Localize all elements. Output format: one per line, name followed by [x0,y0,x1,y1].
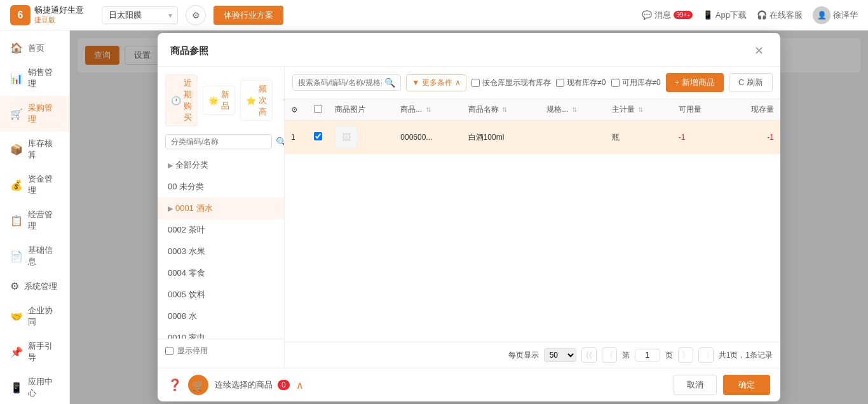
sidebar: 🏠 首页 📊 销售管理 🛒 采购管理 📦 库存核算 💰 资金管理 📋 经营管理 … [0,30,70,404]
filter-stock-checkbox[interactable] [556,79,564,87]
last-page-btn[interactable]: 〉〉 [698,347,714,363]
cat-label-0004: 0004 零食 [168,267,205,279]
cat-item-0002[interactable]: 0002 茶叶 [158,219,284,241]
filter-available-label: 可用库存≠0 [611,77,661,88]
cart-icon-wrap[interactable]: 🛒 [188,375,208,395]
modal-body: 🕐 近期购买 🌟 新品 ⭐ 频次高 《 [158,67,780,368]
footer-collapse-btn[interactable]: ∧ [296,379,304,391]
sidebar-item-finance[interactable]: 💰 资金管理 [0,167,69,203]
row-available: -1 [672,121,726,154]
sidebar-item-operations[interactable]: 📋 经营管理 [0,203,69,238]
cat-item-0004[interactable]: 0004 零食 [158,262,284,284]
cat-search-input[interactable] [165,134,272,149]
cat-label-0008: 0008 水 [168,311,197,322]
app-download-nav-item[interactable]: 📱 App下载 [703,10,747,21]
user-profile-item[interactable]: 👤 徐泽华 [813,6,858,24]
toolbar-actions: + 新增商品 C 刷新 [666,73,773,92]
col-checkbox [308,99,329,121]
store-selector[interactable]: 日太阳膜 ▼ [102,6,178,24]
top-nav: 6 畅捷通好生意 捷豆版 日太阳膜 ▼ ⚙ 体验行业方案 💬 消息 99++ 📱… [0,0,868,30]
prev-page-btn[interactable]: 〈 [602,347,617,363]
sidebar-item-guide[interactable]: 📌 新手引导 [0,334,69,370]
cat-item-0001[interactable]: ▶ 0001 酒水 [158,198,284,219]
new-product-tab[interactable]: 🌟 新品 [203,86,235,115]
row-checkbox[interactable] [314,132,322,140]
first-page-btn[interactable]: ⟨⟨ [581,347,597,363]
cat-arrow-0001: ▶ [168,205,173,213]
logo-text-block: 畅捷通好生意 捷豆版 [34,5,84,25]
confirm-button[interactable]: 确定 [723,375,770,395]
cat-search-icon[interactable]: 🔍 [276,137,285,147]
show-disabled-checkbox[interactable] [165,347,173,355]
customer-service-nav-item[interactable]: 🎧 在线客服 [757,10,803,21]
refresh-product-button[interactable]: C 刷新 [729,73,773,92]
new-label: 新品 [221,89,229,112]
freq-label: 频次高 [259,83,267,118]
next-page-btn[interactable]: 〉 [678,347,693,363]
page-size-select[interactable]: 50 10 20 100 [544,348,576,362]
filter-stock-label: 现有库存≠0 [556,77,606,88]
show-disabled-row: 显示停用 [158,339,284,363]
category-panel: 🕐 近期购买 🌟 新品 ⭐ 频次高 《 [158,67,285,368]
add-product-button[interactable]: + 新增商品 [666,73,724,92]
cancel-button[interactable]: 取消 [674,375,717,395]
sort-spec-icon: ⇅ [572,106,577,113]
cat-item-0010[interactable]: 0010 家电 [158,327,284,339]
col-unit[interactable]: 主计量 ⇅ [606,99,672,121]
trial-button[interactable]: 体验行业方案 [214,6,283,25]
sort-code-icon: ⇅ [426,106,431,113]
sidebar-item-collab[interactable]: 🤝 企业协同 [0,299,69,334]
table-row[interactable]: 1 🖼 [285,121,780,154]
page-number-input[interactable] [635,349,660,361]
recent-purchase-tab[interactable]: 🕐 近期购买 [165,74,198,126]
sidebar-item-basic-info[interactable]: 📄 基础信息 [0,238,69,274]
page-unit: 页 [665,350,673,361]
cat-label-all: 全部分类 [175,159,208,171]
sidebar-item-apps[interactable]: 📱 应用中心 [0,370,69,404]
row-checkbox-cell [308,121,329,154]
cat-item-0008[interactable]: 0008 水 [158,306,284,327]
image-placeholder-icon: 🖼 [342,132,351,142]
messages-nav-item[interactable]: 💬 消息 99++ [642,10,693,21]
col-code[interactable]: 商品... ⇅ [394,99,461,121]
sidebar-item-system[interactable]: ⚙ 系统管理 [0,274,69,299]
collapse-cat-btn[interactable]: 《 [278,94,285,107]
sidebar-item-inventory[interactable]: 📦 库存核算 [0,131,69,167]
row-no: 1 [285,121,308,154]
col-spec[interactable]: 规格... ⇅ [540,99,605,121]
content-area: 查询 设置 刷新 商品参照 ✕ [70,30,868,404]
sidebar-label-sales: 销售管理 [28,67,59,90]
filter-available-checkbox[interactable] [611,79,620,87]
cat-item-all[interactable]: ▶ 全部分类 [158,154,284,176]
product-search-icon[interactable]: 🔍 [384,77,395,88]
more-filter-btn[interactable]: ▼ 更多条件 ∧ [406,74,466,91]
cat-search-area: 🔍 [158,131,284,154]
settings-col-icon[interactable]: ⚙ [291,105,298,114]
help-icon[interactable]: ❓ [168,378,182,392]
sidebar-label-finance: 资金管理 [28,173,59,196]
select-all-checkbox[interactable] [314,105,322,113]
product-search-input[interactable] [298,78,382,87]
col-settings: ⚙ [285,99,308,121]
selected-count-badge: 0 [278,380,290,390]
cat-label-0003: 0003 水果 [168,246,205,257]
sidebar-label-apps: 应用中心 [28,376,59,399]
row-name: 白酒100ml [462,121,541,154]
settings-icon-btn[interactable]: ⚙ [186,5,206,25]
modal-close-button[interactable]: ✕ [750,42,768,60]
filter-icon: ▼ [412,78,419,87]
sidebar-item-sales[interactable]: 📊 销售管理 [0,60,69,96]
cat-item-0003[interactable]: 0003 水果 [158,241,284,262]
sidebar-item-purchase[interactable]: 🛒 采购管理 [0,96,69,131]
col-name[interactable]: 商品名称 ⇅ [462,99,541,121]
avatar: 👤 [813,6,831,24]
product-thumbnail: 🖼 [335,126,358,149]
modal-header: 商品参照 ✕ [158,33,780,67]
apps-icon: 📱 [10,382,23,394]
frequent-tab[interactable]: ⭐ 频次高 [240,80,273,121]
cat-item-00[interactable]: 00 未分类 [158,176,284,198]
recent-icon: 🕐 [171,96,181,105]
sidebar-item-home[interactable]: 🏠 首页 [0,36,69,60]
cat-item-0005[interactable]: 0005 饮料 [158,284,284,306]
filter-warehouse-checkbox[interactable] [471,79,480,87]
